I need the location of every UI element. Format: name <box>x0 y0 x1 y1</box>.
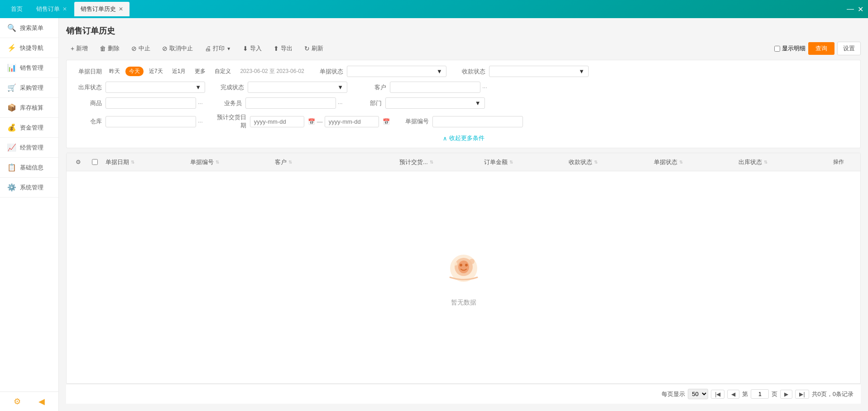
col-delivery-date[interactable]: 预计交货... ⇅ <box>397 158 481 166</box>
filter-row-3: 商品 ··· 业务员 ··· 部门 ▼ <box>74 97 853 109</box>
sidebar-item-sales-mgmt[interactable]: 📊 销售管理 <box>0 58 58 78</box>
import-button[interactable]: ⬇ 导入 <box>238 42 266 55</box>
product-dots[interactable]: ··· <box>198 100 203 106</box>
sort-number-icon: ⇅ <box>216 160 219 164</box>
sidebar-item-operations[interactable]: 📈 经营管理 <box>0 138 58 158</box>
col-customer[interactable]: 客户 ⇅ <box>272 158 397 166</box>
col-number[interactable]: 单据编号 ⇅ <box>187 158 272 166</box>
sidebar-item-search-menu[interactable]: 🔍 搜索菜单 <box>0 18 58 38</box>
customer-input[interactable] <box>390 82 480 93</box>
add-button[interactable]: + 新增 <box>66 42 92 55</box>
next-page-button[interactable]: ▶ <box>780 390 792 399</box>
order-status-select[interactable]: ▼ <box>347 66 446 77</box>
sidebar-item-system-mgmt[interactable]: ⚙️ 系统管理 <box>0 178 58 198</box>
department-select[interactable]: ▼ <box>385 97 485 109</box>
last-page-button[interactable]: ▶| <box>795 390 809 399</box>
calendar-start-icon[interactable]: 📅 <box>308 118 315 125</box>
per-page-select[interactable]: 50 <box>688 389 708 399</box>
date-tab-custom[interactable]: 自定义 <box>211 67 235 76</box>
salesperson-label: 业务员 <box>214 99 245 107</box>
table-checkbox-all[interactable] <box>86 159 103 165</box>
sidebar-item-label-finance: 资金管理 <box>20 124 43 132</box>
delivery-date-start-input[interactable] <box>250 116 304 127</box>
cancel-stop-button[interactable]: ⊘ 取消中止 <box>158 42 197 55</box>
calendar-end-icon[interactable]: 📅 <box>383 118 390 125</box>
refresh-button[interactable]: ↻ 刷新 <box>300 42 328 55</box>
warehouse-dots[interactable]: ··· <box>198 118 203 125</box>
tab-close-sales-order-history[interactable]: ✕ <box>119 6 123 12</box>
customer-dots[interactable]: ··· <box>482 84 487 91</box>
page-number-input[interactable] <box>751 389 769 399</box>
payment-status-chevron: ▼ <box>579 68 585 75</box>
warehouse-input[interactable] <box>106 116 196 127</box>
svg-point-4 <box>465 264 468 266</box>
salesperson-dots[interactable]: ··· <box>338 100 343 106</box>
tab-close-sales-order[interactable]: ✕ <box>62 6 67 12</box>
date-tab-more[interactable]: 更多 <box>191 67 209 76</box>
total-info: 共0页，0条记录 <box>812 390 854 398</box>
print-button[interactable]: 🖨 打印 ▼ <box>200 42 235 55</box>
sort-payment-icon: ⇅ <box>594 160 598 164</box>
completion-status-select[interactable]: ▼ <box>248 82 347 93</box>
settings-button[interactable]: 设置 <box>837 42 861 55</box>
sidebar-item-label-purchase-mgmt: 采购管理 <box>20 84 43 92</box>
sort-delivery-status-icon: ⇅ <box>764 160 767 164</box>
order-number-input[interactable] <box>432 116 523 127</box>
payment-status-select[interactable]: ▼ <box>489 66 589 77</box>
sidebar-item-label-search-menu: 搜索菜单 <box>20 24 43 32</box>
tab-sales-order[interactable]: 销售订单✕ <box>30 2 73 16</box>
sidebar-inventory-icon: 📦 <box>7 103 16 112</box>
close-window-icon[interactable]: ✕ <box>858 5 863 14</box>
query-button[interactable]: 查询 <box>808 42 834 55</box>
sort-date-icon: ⇅ <box>131 160 134 164</box>
minimize-icon[interactable]: — <box>847 5 854 13</box>
filter-area: 单据日期 昨天 今天 近7天 近1月 更多 自定义 2023-06-02 至 2… <box>66 60 861 148</box>
sidebar-collapse-icon[interactable]: ◀ <box>38 396 45 406</box>
first-page-button[interactable]: |◀ <box>711 390 724 399</box>
sidebar-settings-icon[interactable]: ⚙ <box>14 396 21 406</box>
sidebar-item-basic-info[interactable]: 📋 基础信息 <box>0 158 58 178</box>
col-amount[interactable]: 订单金额 ⇅ <box>481 158 566 166</box>
date-tab-7days[interactable]: 近7天 <box>145 67 167 76</box>
collapse-button[interactable]: ∧ 收起更多条件 <box>74 134 853 142</box>
salesperson-input[interactable] <box>245 97 336 109</box>
table-settings-icon[interactable]: ⚙ <box>70 159 86 165</box>
display-columns-checkbox[interactable]: 显示明细 <box>774 44 806 53</box>
filter-row-1: 单据日期 昨天 今天 近7天 近1月 更多 自定义 2023-06-02 至 2… <box>74 66 853 77</box>
prev-page-button[interactable]: ◀ <box>727 390 739 399</box>
top-bar: 首页销售订单✕销售订单历史✕ — ✕ <box>0 0 868 18</box>
pagination: 每页显示 50 |◀ ◀ 第 页 ▶ ▶| 共0页，0条记录 <box>66 384 861 404</box>
sidebar-item-purchase-mgmt[interactable]: 🛒 采购管理 <box>0 78 58 98</box>
col-date[interactable]: 单据日期 ⇅ <box>103 158 187 166</box>
print-chevron-icon: ▼ <box>226 46 231 51</box>
col-payment-status[interactable]: 收款状态 ⇅ <box>566 158 651 166</box>
order-status-chevron: ▼ <box>436 68 442 75</box>
date-tab-yesterday[interactable]: 昨天 <box>106 67 124 76</box>
sidebar-item-label-operations: 经营管理 <box>20 144 43 152</box>
delivery-date-label: 预计交货日期 <box>214 113 250 130</box>
table-container: ⚙ 单据日期 ⇅ 单据编号 ⇅ 客户 ⇅ 预计交货... <box>66 153 861 384</box>
sidebar-item-label-inventory: 库存核算 <box>20 104 43 112</box>
tab-home[interactable]: 首页 <box>5 2 29 16</box>
svg-point-3 <box>460 264 462 266</box>
date-tab-1month[interactable]: 近1月 <box>168 67 190 76</box>
col-delivery-status[interactable]: 出库状态 ⇅ <box>736 158 820 166</box>
print-icon: 🖨 <box>205 45 211 52</box>
select-all-checkbox[interactable] <box>92 159 98 165</box>
sidebar-item-quick-nav[interactable]: ⚡ 快捷导航 <box>0 38 58 58</box>
export-button[interactable]: ⬆ 导出 <box>269 42 297 55</box>
delete-button[interactable]: 🗑 删除 <box>95 42 124 55</box>
sidebar-item-finance[interactable]: 💰 资金管理 <box>0 118 58 138</box>
tab-sales-order-history[interactable]: 销售订单历史✕ <box>74 2 129 16</box>
date-tab-today[interactable]: 今天 <box>125 67 144 76</box>
stop-button[interactable]: ⊘ 中止 <box>127 42 155 55</box>
sidebar-item-label-system-mgmt: 系统管理 <box>20 184 43 192</box>
sidebar-item-label-basic-info: 基础信息 <box>20 164 43 172</box>
display-columns-input[interactable] <box>774 46 780 52</box>
sort-customer-icon: ⇅ <box>288 160 292 164</box>
delivery-date-end-input[interactable] <box>325 116 379 127</box>
product-input[interactable] <box>106 97 196 109</box>
delivery-status-select[interactable]: ▼ <box>106 82 205 93</box>
col-order-status[interactable]: 单据状态 ⇅ <box>651 158 736 166</box>
sidebar-item-inventory[interactable]: 📦 库存核算 <box>0 98 58 118</box>
